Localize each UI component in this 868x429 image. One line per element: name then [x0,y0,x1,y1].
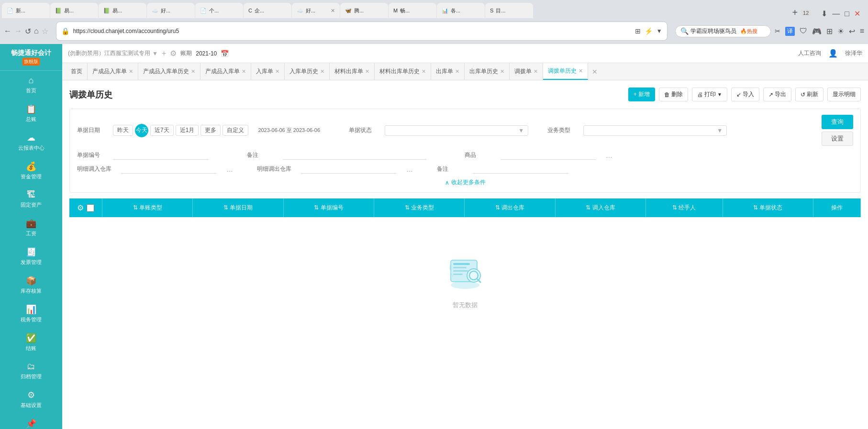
new-tab-icon[interactable]: + [792,7,798,18]
page-tab-close-1[interactable]: ✕ [129,68,133,75]
page-tab-1[interactable]: 产成品入库单✕ [88,63,138,80]
user-service[interactable]: 人工咨询 [798,49,821,57]
display-button[interactable]: 显示明细 [827,88,861,101]
back-icon[interactable]: ← [4,27,11,35]
dropdown-icon[interactable]: ▼ [657,28,662,34]
shield-icon[interactable]: 🛡 [800,27,807,35]
menu-icon[interactable]: ≡ [860,27,864,35]
col-number[interactable]: ⇅ 单据编号 [283,198,374,217]
collapse-btn[interactable]: ∧ 收起更多条件 [77,178,853,187]
page-tab-7[interactable]: 材料出库单历史✕ [375,63,431,80]
col-type[interactable]: ⇅ 单账类型 [102,198,193,217]
close-window-icon[interactable]: ✕ [854,9,860,18]
theme-icon[interactable]: ☀ [837,27,844,36]
browser-tab-4[interactable]: ☁️好... [147,3,195,18]
detail-in-dots-icon[interactable]: … [226,165,233,173]
sidebar-item-首页[interactable]: ⌂首页 [0,71,62,99]
sidebar-item-基础设置[interactable]: ⚙基础设置 [0,385,62,414]
browser-tab-10[interactable]: 📊各... [437,3,485,18]
calendar-icon[interactable]: 📅 [221,50,229,57]
cut-icon[interactable]: ✂ [775,27,780,35]
browser-tab-2[interactable]: 📗易... [50,3,98,18]
page-tab-6[interactable]: 材料出库单✕ [330,63,375,80]
col-out-warehouse[interactable]: ⇅ 调出仓库 [465,198,555,217]
yesterday-btn[interactable]: 昨天 [113,125,133,136]
page-tab-10[interactable]: 调拨单✕ [510,63,543,80]
col-business[interactable]: ⇅ 业务类型 [374,198,465,217]
sidebar-item-结账[interactable]: ✅结账 [0,328,62,357]
minimize-icon[interactable]: — [832,10,840,18]
check-all-checkbox[interactable] [87,204,94,212]
page-tab-close-10[interactable]: ✕ [534,68,538,75]
forward-icon[interactable]: → [14,27,22,35]
col-date[interactable]: ⇅ 单据日期 [193,198,283,217]
maximize-icon[interactable]: □ [845,10,849,18]
col-in-warehouse[interactable]: ⇅ 调入仓库 [555,198,645,217]
browser-tab-5[interactable]: 📄个... [195,3,243,18]
settings-icon[interactable]: ⚙ [170,49,177,58]
page-tab-close-9[interactable]: ✕ [500,68,504,75]
page-tab-9[interactable]: 出库单历史✕ [465,63,510,80]
bookmark-icon[interactable]: ☆ [42,27,48,36]
page-tab-close-2[interactable]: ✕ [191,68,195,75]
browser-tab-8[interactable]: 🦋腾... [340,3,388,18]
sidebar-item-工资[interactable]: 💼工资 [0,213,62,242]
sidebar-item-发票管理[interactable]: 🧾发票管理 [0,242,62,271]
refresh-button[interactable]: ↺ 刷新 [795,88,823,101]
download-icon[interactable]: ⬇ [821,9,827,18]
query-button[interactable]: 查询 [822,115,853,129]
sidebar-item-税务管理[interactable]: 📊税务管理 [0,299,62,328]
goods-dots-icon[interactable]: … [606,152,612,159]
search-text[interactable]: 学霸应聘场驱鸟员 [690,27,736,35]
page-tab-close-6[interactable]: ✕ [365,68,369,75]
browser-tab-3[interactable]: 📗易... [99,3,146,18]
last7days-btn[interactable]: 近7天 [150,125,174,136]
lightning-icon[interactable]: ⚡ [645,27,653,35]
page-tab-close-4[interactable]: ✕ [275,68,279,75]
page-tab-11[interactable]: 调拨单历史✕ [543,63,588,80]
page-tab-5[interactable]: 入库单历史✕ [285,63,330,80]
browser-tab-6[interactable]: C企... [244,3,291,18]
browser-tab-7[interactable]: ☁️好...✕ [292,3,340,18]
page-tab-2[interactable]: 产成品入库单历史✕ [138,63,200,80]
status-select[interactable]: ▼ [385,125,528,136]
page-tab-0[interactable]: 首页 [66,63,88,80]
sidebar-item-资金管理[interactable]: 💰资金管理 [0,156,62,185]
custom-btn[interactable]: 自定义 [223,125,248,136]
print-button[interactable]: 🖨 打印 ▼ [692,88,727,101]
sidebar-item-新手引导[interactable]: 📌新手引导 [0,414,62,429]
note-input[interactable] [473,165,568,174]
page-tab-3[interactable]: 产成品入库单✕ [200,63,251,80]
page-tab-close-7[interactable]: ✕ [422,68,426,75]
page-tab-close-11[interactable]: ✕ [579,68,583,74]
sidebar-item-固定资产[interactable]: 🏗固定资产 [0,185,62,213]
page-tab-close-5[interactable]: ✕ [320,68,324,75]
page-tab-close-3[interactable]: ✕ [242,68,246,75]
sidebar-item-库存核算[interactable]: 📦库存核算 [0,271,62,299]
detail-in-input[interactable] [121,165,217,174]
today-btn[interactable]: 今天 [135,124,148,137]
export-button[interactable]: ↗ 导出 [763,88,791,101]
refresh-icon[interactable]: ↺ [25,27,31,36]
col-status[interactable]: ⇅ 单据状态 [723,198,813,217]
page-tab-4[interactable]: 入库单✕ [251,63,285,80]
more-btn[interactable]: 更多 [200,125,221,136]
game-icon[interactable]: 🎮 [812,27,822,36]
browser-tab-1[interactable]: 📄新... [2,3,50,18]
delete-button[interactable]: 🗑 删除 [659,88,688,101]
goods-input[interactable] [501,151,596,160]
add-company-icon[interactable]: + [162,49,166,58]
remark-input[interactable] [283,151,426,160]
browser-tab-9[interactable]: M畅... [389,3,436,18]
business-select[interactable]: ▼ [583,125,727,136]
last1month-btn[interactable]: 近1月 [176,125,199,136]
table-gear-button[interactable]: ⚙ [77,203,84,212]
page-tab-8[interactable]: 出库单✕ [431,63,465,80]
translate-icon[interactable]: 译 [785,27,795,36]
new-button[interactable]: + 新增 [628,88,655,101]
undo-icon[interactable]: ↩ [849,27,855,36]
detail-out-input[interactable] [301,165,397,174]
detail-out-dots-icon[interactable]: … [406,165,413,173]
browser-tab-11[interactable]: S目... [485,3,533,18]
grid-icon[interactable]: ⊞ [826,27,833,36]
